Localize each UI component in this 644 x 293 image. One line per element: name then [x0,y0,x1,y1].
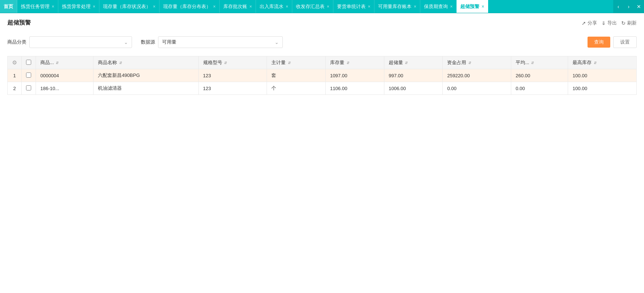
row-settings-1: 2 [8,82,22,95]
row-max-stock-1: 100.00 [568,82,637,95]
table-header-row: ⚙ 商品... ⇵ 商品名称 ⇵ 规格型号 ⇵ 主计量 [8,56,637,69]
row-capital-1: 0.00 [443,82,511,95]
nav-item-label-8: 可用量库存账本 [378,3,411,10]
nav-item-close-7[interactable]: × [368,4,370,9]
col-max-stock-label: 最高库存 [572,60,592,65]
col-product-name-label: 商品名称 [98,60,117,65]
sort-product-name-icon: ⇵ [119,61,122,65]
filter-category: 商品分类 ⌄ [7,36,132,48]
col-avg[interactable]: 平均... ⇵ [511,56,568,69]
col-settings: ⚙ [8,56,22,69]
nav-item-close-4[interactable]: × [249,4,252,9]
settings-button[interactable]: 设置 [613,36,637,48]
refresh-icon: ↻ [621,20,626,26]
row-checkbox-cell-0[interactable] [22,69,36,82]
nav-item-close-2[interactable]: × [153,4,155,9]
nav-item-6[interactable]: 收发存汇总表× [292,0,333,13]
nav-item-2[interactable]: 现存量（库存状况表）× [99,0,160,13]
nav-item-label-7: 要货单统计表 [337,3,366,10]
col-select-all[interactable] [22,56,36,69]
col-stock[interactable]: 库存量 ⇵ [325,56,384,69]
nav-item-close-3[interactable]: × [213,4,216,9]
datasource-label: 数据源 [141,39,155,45]
row-overstock-0: 997.00 [384,69,443,82]
col-product-code[interactable]: 商品... ⇵ [36,56,94,69]
nav-item-label-2: 现存量（库存状况表） [103,3,151,10]
nav-item-8[interactable]: 可用量库存账本× [374,0,420,13]
table-row: 1 0000004 六配套新昌490BPG 123 套 1097.00 997.… [8,69,637,82]
filter-bar: 商品分类 ⌄ 数据源 可用量 ⌄ 查询 设置 [7,33,637,52]
nav-item-close-1[interactable]: × [93,4,95,9]
nav-item-close-10[interactable]: × [482,4,484,9]
nav-item-5[interactable]: 出入库流水× [256,0,292,13]
nav-arrow-left[interactable]: ‹ [613,0,623,13]
nav-item-3[interactable]: 现存量（库存分布表）× [160,0,220,13]
col-product-name[interactable]: 商品名称 ⇵ [94,56,198,69]
nav-item-label-10: 超储预警 [460,3,479,10]
export-label: 导出 [607,20,617,26]
col-unit-label: 主计量 [271,60,286,65]
sort-avg-icon: ⇵ [531,61,534,65]
query-button[interactable]: 查询 [588,37,610,48]
nav-item-1[interactable]: 拣货异常处理× [58,0,99,13]
nav-arrow-right[interactable]: › [623,0,634,13]
col-avg-label: 平均... [516,60,529,65]
nav-item-close-5[interactable]: × [286,4,288,9]
nav-item-0[interactable]: 拣货任务管理× [17,0,58,13]
col-capital-label: 资金占用 [447,60,466,65]
export-button[interactable]: ⇓ 导出 [601,20,617,26]
export-icon: ⇓ [601,20,606,26]
nav-arrow-close[interactable]: ✕ [634,0,644,13]
row-spec-1: 123 [198,82,267,95]
nav-item-label-3: 现存量（库存分布表） [163,3,211,10]
nav-item-label-5: 出入库流水 [260,3,283,10]
row-checkbox-cell-1[interactable] [22,82,36,95]
nav-item-label-9: 保质期查询 [424,3,448,10]
data-table: ⚙ 商品... ⇵ 商品名称 ⇵ 规格型号 ⇵ 主计量 [7,56,637,95]
nav-home[interactable]: 首页 [0,0,17,13]
row-checkbox-0[interactable] [26,73,31,78]
category-select[interactable]: ⌄ [29,36,132,48]
col-product-code-label: 商品... [40,60,54,65]
refresh-button[interactable]: ↻ 刷新 [621,20,637,26]
col-unit[interactable]: 主计量 ⇵ [267,56,326,69]
share-label: 分享 [588,20,597,26]
nav-item-close-0[interactable]: × [52,4,54,9]
nav-item-close-6[interactable]: × [327,4,329,9]
filter-actions: 查询 设置 [588,36,637,48]
row-capital-0: 259220.00 [443,69,511,82]
col-capital[interactable]: 资金占用 ⇵ [443,56,511,69]
row-avg-1: 0.00 [511,82,568,95]
sort-capital-icon: ⇵ [468,61,471,65]
row-stock-1: 1106.00 [325,82,384,95]
sort-product-code-icon: ⇵ [56,61,59,65]
select-all-checkbox[interactable] [26,60,31,65]
nav-item-label-6: 收发存汇总表 [296,3,325,10]
nav-home-label: 首页 [4,3,13,10]
datasource-chevron: ⌄ [275,40,279,45]
page-container: 超储预警 ➚ 分享 ⇓ 导出 ↻ 刷新 商品分类 ⌄ 数据源 [0,13,644,101]
col-spec[interactable]: 规格型号 ⇵ [198,56,267,69]
nav-item-close-8[interactable]: × [414,4,416,9]
settings-gear-icon[interactable]: ⚙ [12,59,17,66]
row-checkbox-1[interactable] [26,85,31,90]
row-unit-1: 个 [267,82,326,95]
sort-spec-icon: ⇵ [224,61,227,65]
datasource-select[interactable]: 可用量 ⌄ [158,36,283,48]
row-unit-0: 套 [267,69,326,82]
nav-item-10[interactable]: 超储预警× [457,0,488,13]
col-max-stock[interactable]: 最高库存 ⇵ [568,56,637,69]
nav-item-7[interactable]: 要货单统计表× [333,0,374,13]
nav-item-9[interactable]: 保质期查询× [420,0,457,13]
row-max-stock-0: 100.00 [568,69,637,82]
page-title: 超储预警 [7,19,31,27]
share-button[interactable]: ➚ 分享 [582,20,597,26]
nav-item-4[interactable]: 库存批次账× [220,0,256,13]
table-body: 1 0000004 六配套新昌490BPG 123 套 1097.00 997.… [8,69,637,95]
page-header: 超储预警 ➚ 分享 ⇓ 导出 ↻ 刷新 [7,19,637,27]
nav-item-label-4: 库存批次账 [223,3,247,10]
row-spec-0: 123 [198,69,267,82]
nav-item-close-9[interactable]: × [450,4,453,9]
sort-overstock-icon: ⇵ [405,61,408,65]
col-overstock[interactable]: 超储量 ⇵ [384,56,443,69]
